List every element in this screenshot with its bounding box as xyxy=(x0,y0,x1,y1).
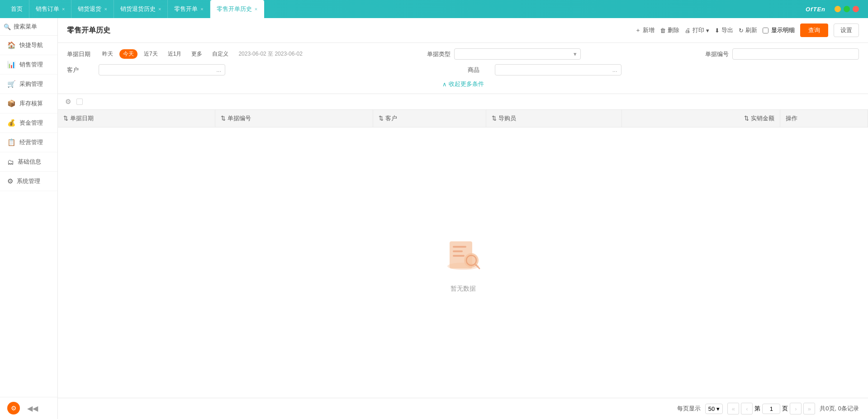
inventory-icon: 📦 xyxy=(7,99,16,108)
col-customer-label: ⇅ 客户 xyxy=(379,115,397,122)
window-close[interactable]: × xyxy=(853,6,859,12)
table-area: ⚙ ⇅ 单据日期 ⇅ 单据编号 ⇅ 客户 xyxy=(58,94,868,398)
print-label: 打印 xyxy=(693,26,704,34)
sidebar-collapse-button[interactable]: ◀◀ xyxy=(27,404,38,413)
svg-rect-3 xyxy=(453,250,463,252)
filter-area: 单据日期 昨天 今天 近7天 近1月 更多 自定义 2023-06-02 至 2… xyxy=(58,43,868,94)
refresh-button[interactable]: ↻ 刷新 xyxy=(739,26,757,34)
close-tab-retail-open[interactable]: × xyxy=(200,6,203,12)
date-btn-7days[interactable]: 近7天 xyxy=(140,49,161,59)
display-checkbox[interactable] xyxy=(763,28,768,33)
export-button[interactable]: ⬇ 导出 xyxy=(715,26,733,34)
sidebar-item-operation[interactable]: 📋 经营管理 xyxy=(0,133,57,152)
add-label: 新增 xyxy=(643,26,655,34)
delete-label: 删除 xyxy=(668,26,679,34)
prev-page-btn[interactable]: ‹ xyxy=(741,403,753,414)
close-tab-return[interactable]: × xyxy=(104,6,107,12)
per-page-arrow: ▾ xyxy=(716,405,720,412)
date-btn-yesterday[interactable]: 昨天 xyxy=(99,49,117,59)
tab-retail-history[interactable]: 零售开单历史 × xyxy=(210,0,264,18)
select-all-checkbox[interactable] xyxy=(76,99,83,105)
content-area: 零售开单历史 ＋ 新增 🗑 删除 🖨 打印 ▾ ⬇ 导出 xyxy=(58,18,868,419)
per-page-value: 50 xyxy=(708,405,715,412)
sidebar-item-finance[interactable]: 💰 资金管理 xyxy=(0,113,57,133)
tab-retail-open[interactable]: 零售开单 × xyxy=(168,0,210,18)
column-settings-icon[interactable]: ⚙ xyxy=(65,98,71,106)
col-customer[interactable]: ⇅ 客户 xyxy=(373,110,486,127)
empty-state: 暂无数据 xyxy=(58,127,868,398)
last-page-btn[interactable]: » xyxy=(803,403,815,414)
tab-return[interactable]: 销货退货 × xyxy=(71,0,114,18)
close-tab-retail-history[interactable]: × xyxy=(255,6,257,12)
per-page-select[interactable]: 50 ▾ xyxy=(705,404,723,414)
goods-label: 商品 xyxy=(468,66,495,74)
sidebar-search[interactable]: 🔍 搜索菜单 xyxy=(0,18,57,36)
data-table: ⇅ 单据日期 ⇅ 单据编号 ⇅ 客户 ⇅ 导购员 ⇅ 实销金额 xyxy=(58,110,868,127)
sidebar-item-purchase[interactable]: 🛒 采购管理 xyxy=(0,75,57,94)
date-btn-more[interactable]: 更多 xyxy=(188,49,206,59)
tab-return-history-label: 销货退货历史 xyxy=(120,5,156,13)
filter-row-2: 客户 ... 商品 ... xyxy=(67,64,859,75)
bill-no-label: 单据编号 xyxy=(705,50,732,58)
date-label: 单据日期 xyxy=(67,50,99,58)
bill-type-arrow: ▾ xyxy=(574,51,577,57)
col-salesperson[interactable]: ⇅ 导购员 xyxy=(486,110,622,127)
window-controls: — □ × xyxy=(835,6,859,12)
page-title: 零售开单历史 xyxy=(67,26,110,35)
page-label: 第 xyxy=(754,405,760,413)
close-tab-return-history[interactable]: × xyxy=(158,6,161,12)
sidebar-item-inventory[interactable]: 📦 库存核算 xyxy=(0,94,57,113)
col-date[interactable]: ⇅ 单据日期 xyxy=(58,110,215,127)
refresh-icon: ↻ xyxy=(739,27,744,34)
next-page-btn[interactable]: › xyxy=(790,403,802,414)
col-action-label: 操作 xyxy=(786,115,797,122)
customer-input[interactable]: ... xyxy=(99,64,225,75)
query-button[interactable]: 查询 xyxy=(800,24,828,37)
per-page-label: 每页显示 xyxy=(677,405,701,413)
tab-sales-order[interactable]: 销售订单 × xyxy=(29,0,71,18)
print-button[interactable]: 🖨 打印 ▾ xyxy=(685,26,709,34)
date-shortcuts: 昨天 今天 近7天 近1月 更多 自定义 2023-06-02 至 2023-0… xyxy=(99,49,303,59)
top-bar: 首页 销售订单 × 销货退货 × 销货退货历史 × 零售开单 × 零售开单历史 … xyxy=(0,0,868,18)
display-label: 显示明细 xyxy=(771,26,795,34)
display-toggle[interactable]: 显示明细 xyxy=(763,26,795,34)
customer-dots: ... xyxy=(216,66,221,73)
date-range-display: 2023-06-02 至 2023-06-02 xyxy=(238,50,302,58)
sidebar-item-label: 资金管理 xyxy=(19,119,43,127)
sidebar-item-label: 系统管理 xyxy=(17,177,40,185)
collapse-filter-btn[interactable]: ∧ 收起更多条件 xyxy=(67,80,859,88)
sidebar-search-label: 搜索菜单 xyxy=(14,23,37,31)
bill-type-select[interactable]: ▾ xyxy=(454,48,581,60)
bill-no-input[interactable] xyxy=(732,48,859,60)
sidebar: 🔍 搜索菜单 🏠 快捷导航 📊 销售管理 🛒 采购管理 📦 库存核算 💰 资金管… xyxy=(0,18,58,419)
add-button[interactable]: ＋ 新增 xyxy=(635,26,655,34)
tab-return-history[interactable]: 销货退货历史 × xyxy=(114,0,168,18)
date-btn-1month[interactable]: 近1月 xyxy=(164,49,185,59)
date-btn-today[interactable]: 今天 xyxy=(119,49,138,59)
sidebar-item-quick-nav[interactable]: 🏠 快捷导航 xyxy=(0,36,57,55)
settings-button[interactable]: 设置 xyxy=(834,24,859,37)
tab-home[interactable]: 首页 xyxy=(5,0,29,18)
col-no[interactable]: ⇅ 单据编号 xyxy=(215,110,373,127)
window-minimize[interactable]: — xyxy=(835,6,841,12)
goods-input[interactable]: ... xyxy=(495,64,621,75)
sidebar-item-basic[interactable]: 🗂 基础信息 xyxy=(0,152,57,172)
col-action: 操作 xyxy=(780,110,868,127)
delete-button[interactable]: 🗑 删除 xyxy=(660,26,679,34)
date-btn-custom[interactable]: 自定义 xyxy=(209,49,232,59)
svg-rect-2 xyxy=(453,246,466,248)
settings-gear-button[interactable]: ⚙ xyxy=(7,402,20,414)
col-salesperson-label: ⇅ 导购员 xyxy=(492,115,516,122)
main-layout: 🔍 搜索菜单 🏠 快捷导航 📊 销售管理 🛒 采购管理 📦 库存核算 💰 资金管… xyxy=(0,18,868,419)
first-page-btn[interactable]: « xyxy=(727,403,739,414)
svg-rect-4 xyxy=(453,255,465,257)
page-input[interactable] xyxy=(762,404,780,414)
sidebar-item-system[interactable]: ⚙ 系统管理 xyxy=(0,172,57,191)
window-maximize[interactable]: □ xyxy=(844,6,850,12)
close-tab-sales-order[interactable]: × xyxy=(62,6,65,12)
sidebar-item-sales[interactable]: 📊 销售管理 xyxy=(0,55,57,75)
col-no-label: ⇅ 单据编号 xyxy=(221,115,251,122)
col-amount[interactable]: ⇅ 实销金额 xyxy=(622,110,780,127)
page-total: 共0页, 0条记录 xyxy=(820,405,859,413)
tab-retail-open-label: 零售开单 xyxy=(174,5,198,13)
